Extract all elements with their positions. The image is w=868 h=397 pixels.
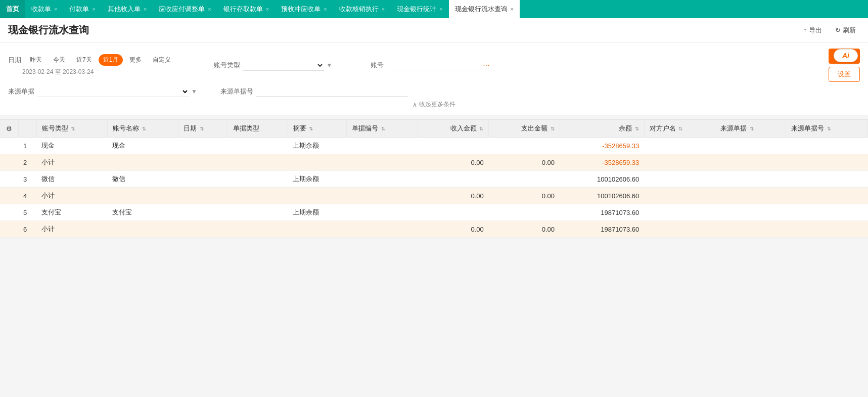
td-settings	[0, 138, 18, 154]
sort-icon-source-doc-no: ⇅	[827, 126, 831, 131]
table-row[interactable]: 5 支付宝 支付宝 上期余额 19871073.60	[0, 204, 868, 221]
nav-ar-ap-close[interactable]: ×	[208, 6, 211, 12]
settings-button[interactable]: 设置	[829, 67, 860, 82]
td-settings	[0, 154, 18, 171]
td-source-doc-no	[786, 171, 868, 188]
nav-advance-offset-close[interactable]: ×	[324, 6, 327, 12]
nav-payment-close[interactable]: ×	[92, 6, 95, 12]
th-income[interactable]: 收入金额 ⇅	[418, 120, 488, 138]
td-doc-no	[347, 154, 418, 171]
nav-item-collection-exec[interactable]: 收款核销执行 ×	[333, 0, 391, 18]
nav-item-bank-deposit[interactable]: 银行存取款单 ×	[217, 0, 275, 18]
nav-item-cash-bank-stat[interactable]: 现金银行统计 ×	[391, 0, 448, 18]
td-account-type: 微信	[36, 171, 107, 188]
sort-icon-account-type: ⇅	[71, 126, 75, 131]
filter-row-1: 日期 昨天 今天 近7天 近1月 更多 自定义 2023-02-24 至 202…	[8, 49, 860, 82]
nav-cash-bank-flow-close[interactable]: ×	[511, 6, 514, 12]
table-row[interactable]: 2 小计 0.00 0.00 -3528659.33	[0, 154, 868, 171]
date-btn-7days[interactable]: 近7天	[72, 54, 97, 66]
export-icon: ↑	[804, 26, 807, 34]
table-header-row: ⚙ 账号类型 ⇅ 账号名称 ⇅ 日期 ⇅ 单据类型	[0, 120, 868, 138]
date-btn-custom[interactable]: 自定义	[148, 54, 175, 66]
td-doc-type	[228, 171, 288, 188]
nav-item-home[interactable]: 首页	[0, 0, 25, 18]
settings-icon: ⚙	[6, 125, 12, 133]
th-doc-no[interactable]: 单据编号 ⇅	[347, 120, 418, 138]
td-summary	[288, 221, 347, 238]
date-btn-more[interactable]: 更多	[125, 54, 146, 66]
table-row[interactable]: 4 小计 0.00 0.00 100102606.60	[0, 188, 868, 204]
nav-collection-exec-close[interactable]: ×	[382, 6, 385, 12]
data-table: ⚙ 账号类型 ⇅ 账号名称 ⇅ 日期 ⇅ 单据类型	[0, 119, 868, 238]
td-summary	[288, 154, 347, 171]
sort-icon-summary: ⇅	[309, 126, 313, 131]
nav-advance-offset-label: 预收冲应收单	[281, 5, 321, 14]
nav-other-income-close[interactable]: ×	[144, 6, 147, 12]
account-ellipsis-btn[interactable]: ···	[481, 61, 491, 70]
top-navigation: 首页 收款单 × 付款单 × 其他收入单 × 应收应付调整单 × 银行存取款单 …	[0, 0, 868, 18]
nav-bank-deposit-close[interactable]: ×	[266, 6, 269, 12]
th-counterparty[interactable]: 对方户名 ⇅	[644, 120, 715, 138]
td-summary: 上期余额	[288, 204, 347, 221]
th-summary[interactable]: 摘要 ⇅	[288, 120, 347, 138]
account-label: 账号	[371, 61, 384, 70]
nav-other-income-label: 其他收入单	[108, 5, 141, 14]
th-account-name[interactable]: 账号名称 ⇅	[107, 120, 178, 138]
date-btn-today[interactable]: 今天	[49, 54, 70, 66]
date-btn-1month[interactable]: 近1月	[99, 54, 123, 66]
table-row[interactable]: 3 微信 微信 上期余额 100102606.60	[0, 171, 868, 188]
ai-assistant-badge[interactable]: Ai	[834, 49, 858, 62]
td-account-type: 小计	[36, 221, 107, 238]
th-account-type[interactable]: 账号类型 ⇅	[36, 120, 107, 138]
td-counterparty	[644, 221, 715, 238]
td-counterparty	[644, 204, 715, 221]
account-type-select[interactable]: 现金 微信 支付宝	[243, 60, 324, 71]
td-source-doc-no	[786, 154, 868, 171]
date-btn-yesterday[interactable]: 昨天	[25, 54, 47, 66]
source-doc-no-input[interactable]	[256, 86, 408, 97]
th-balance[interactable]: 余额 ⇅	[560, 120, 644, 138]
td-balance: 19871073.60	[560, 221, 644, 238]
td-counterparty	[644, 188, 715, 204]
td-income: 0.00	[418, 221, 488, 238]
table-area: ⚙ 账号类型 ⇅ 账号名称 ⇅ 日期 ⇅ 单据类型	[0, 119, 868, 238]
source-doc-select[interactable]	[37, 86, 189, 97]
filter-area: 日期 昨天 今天 近7天 近1月 更多 自定义 2023-02-24 至 202…	[0, 42, 868, 115]
source-doc-no-label: 来源单据号	[220, 87, 253, 96]
filter-row-2: 来源单据 ▼ 来源单据号	[8, 86, 860, 97]
nav-receipt-close[interactable]: ×	[54, 6, 57, 12]
th-date[interactable]: 日期 ⇅	[178, 120, 228, 138]
td-doc-no	[347, 171, 418, 188]
td-doc-no	[347, 138, 418, 154]
collapse-up-icon: ∧	[413, 101, 417, 108]
table-row[interactable]: 6 小计 0.00 0.00 19871073.60	[0, 221, 868, 238]
th-source-doc-no[interactable]: 来源单据号 ⇅	[786, 120, 868, 138]
nav-cash-bank-stat-close[interactable]: ×	[439, 6, 442, 12]
account-input[interactable]	[387, 60, 478, 70]
export-button[interactable]: ↑ 导出	[800, 24, 827, 37]
th-expense[interactable]: 支出金额 ⇅	[489, 120, 560, 138]
nav-ar-ap-label: 应收应付调整单	[159, 5, 205, 14]
th-source-doc[interactable]: 来源单据 ⇅	[715, 120, 786, 138]
td-account-type: 小计	[36, 154, 107, 171]
table-row[interactable]: 1 现金 现金 上期余额 -3528659.33	[0, 138, 868, 154]
collapse-label: 收起更多条件	[419, 100, 455, 109]
refresh-button[interactable]: ↻ 刷新	[831, 24, 860, 37]
nav-item-receipt[interactable]: 收款单 ×	[25, 0, 63, 18]
nav-item-cash-bank-flow[interactable]: 现金银行流水查询 ×	[449, 0, 520, 18]
td-doc-type	[228, 221, 288, 238]
th-settings[interactable]: ⚙	[0, 120, 18, 138]
td-counterparty	[644, 138, 715, 154]
td-settings	[0, 204, 18, 221]
date-filter-label: 日期	[8, 56, 21, 65]
nav-item-other-income[interactable]: 其他收入单 ×	[102, 0, 153, 18]
page-header: 现金银行流水查询 ↑ 导出 ↻ 刷新	[0, 18, 868, 42]
td-index: 5	[18, 204, 36, 221]
td-source-doc	[715, 138, 786, 154]
nav-item-ar-ap-adjust[interactable]: 应收应付调整单 ×	[153, 0, 217, 18]
nav-item-payment[interactable]: 付款单 ×	[63, 0, 101, 18]
collapse-button[interactable]: ∧ 收起更多条件	[413, 100, 455, 109]
td-account-type: 支付宝	[36, 204, 107, 221]
td-income: 0.00	[418, 154, 488, 171]
nav-item-advance-offset[interactable]: 预收冲应收单 ×	[275, 0, 333, 18]
